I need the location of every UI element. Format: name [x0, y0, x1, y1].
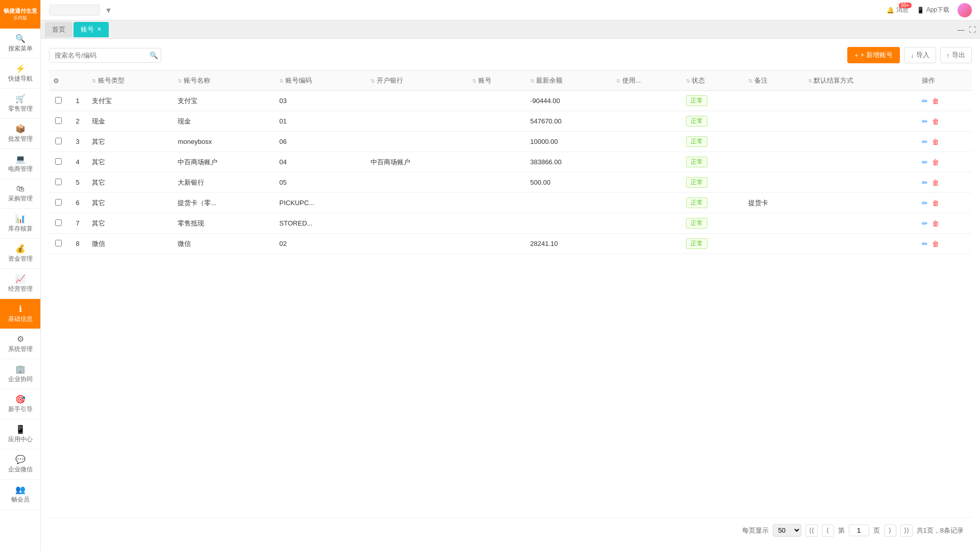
- row-default-payment: [804, 193, 918, 213]
- row-checkbox[interactable]: [49, 172, 67, 193]
- row-code: 03: [275, 91, 366, 111]
- delete-button[interactable]: 🗑: [932, 138, 939, 146]
- row-name: 提货卡（零...: [174, 193, 275, 213]
- edit-button[interactable]: ✏: [922, 138, 928, 146]
- row-account: [468, 193, 526, 213]
- col-code[interactable]: ⇅ 账号编码: [275, 71, 366, 91]
- col-usage[interactable]: ⇅ 使用...: [612, 71, 681, 91]
- tab-home[interactable]: 首页: [45, 22, 72, 37]
- sidebar-item-inventory[interactable]: 📊 库存核算: [0, 209, 40, 239]
- sidebar-item-basic[interactable]: ℹ 基础信息: [0, 299, 40, 329]
- search-button[interactable]: 🔍: [145, 48, 161, 62]
- delete-button[interactable]: 🗑: [932, 240, 939, 248]
- sidebar-item-ecommerce[interactable]: 💻 电商管理: [0, 149, 40, 179]
- edit-button[interactable]: ✏: [922, 219, 928, 228]
- tab-close-icon[interactable]: ✕: [97, 26, 102, 33]
- col-status[interactable]: ⇅ 状态: [682, 71, 745, 91]
- basic-icon: ℹ: [19, 304, 22, 314]
- row-name: 大新银行: [174, 172, 275, 193]
- edit-button[interactable]: ✏: [922, 199, 928, 207]
- page-label: 第: [838, 526, 845, 535]
- row-index: 3: [67, 132, 88, 152]
- col-type[interactable]: ⇅ 账号类型: [88, 71, 174, 91]
- row-checkbox[interactable]: [49, 111, 67, 132]
- delete-button[interactable]: 🗑: [932, 158, 939, 166]
- delete-button[interactable]: 🗑: [932, 219, 939, 228]
- edit-button[interactable]: ✏: [922, 179, 928, 187]
- row-status: 正常: [682, 193, 745, 213]
- message-badge: 99+: [899, 3, 912, 8]
- delete-button[interactable]: 🗑: [932, 97, 939, 105]
- tab-bar: 首页 账号 ✕ — ⛶: [41, 20, 980, 39]
- last-page-button[interactable]: ⟩⟩: [900, 524, 913, 537]
- delete-button[interactable]: 🗑: [932, 179, 939, 187]
- sidebar-item-label: 企业协同: [8, 375, 33, 384]
- sidebar-item-appcenter[interactable]: 📱 应用中心: [0, 419, 40, 449]
- edit-button[interactable]: ✏: [922, 97, 928, 105]
- sidebar-item-member[interactable]: 👥 畅会员: [0, 480, 40, 510]
- export-button[interactable]: ↑ 导出: [940, 47, 972, 63]
- sidebar-item-label: 畅会员: [11, 495, 30, 504]
- sidebar-item-guide[interactable]: 🎯 新手引导: [0, 389, 40, 419]
- sidebar-item-operation[interactable]: 📈 经营管理: [0, 269, 40, 299]
- sidebar-item-finance[interactable]: 💰 资金管理: [0, 239, 40, 269]
- pagination-bar: 每页显示 50 20 100 ⟨⟨ ⟨ 第 页 ⟩ ⟩⟩ 共1页，8条记录: [49, 517, 972, 543]
- top-bar-right: 🔔 消息 99+ 📱 App下载: [887, 3, 972, 17]
- row-checkbox[interactable]: [49, 91, 67, 111]
- row-checkbox[interactable]: [49, 193, 67, 213]
- col-setting[interactable]: ⚙: [49, 71, 67, 91]
- export-label: 导出: [952, 51, 965, 60]
- add-account-button[interactable]: + + 新增账号: [847, 47, 900, 63]
- first-page-button[interactable]: ⟨⟨: [805, 524, 818, 537]
- sidebar-item-corpwx[interactable]: 💬 企业微信: [0, 449, 40, 480]
- col-index: [67, 71, 88, 91]
- avatar[interactable]: [958, 3, 972, 17]
- col-name[interactable]: ⇅ 账号名称: [174, 71, 275, 91]
- row-status: 正常: [682, 152, 745, 172]
- row-checkbox[interactable]: [49, 152, 67, 172]
- edit-button[interactable]: ✏: [922, 117, 928, 126]
- tab-account[interactable]: 账号 ✕: [74, 22, 109, 37]
- row-index: 8: [67, 234, 88, 254]
- dropdown-icon[interactable]: ▾: [106, 5, 111, 16]
- col-default-payment[interactable]: ⇅ 默认结算方式: [804, 71, 918, 91]
- sidebar-item-label: 零售管理: [8, 105, 33, 113]
- import-button[interactable]: ↓ 导入: [904, 47, 936, 63]
- row-type: 其它: [88, 213, 174, 234]
- row-index: 5: [67, 172, 88, 193]
- row-checkbox[interactable]: [49, 234, 67, 254]
- appcenter-icon: 📱: [15, 424, 26, 434]
- sidebar-item-wholesale[interactable]: 📦 批发管理: [0, 119, 40, 149]
- app-download-button[interactable]: 📱 App下载: [917, 6, 949, 14]
- tab-expand-icon[interactable]: ⛶: [969, 26, 976, 34]
- row-checkbox[interactable]: [49, 132, 67, 152]
- col-bank[interactable]: ⇅ 开户银行: [366, 71, 468, 91]
- delete-button[interactable]: 🗑: [932, 117, 939, 126]
- sidebar-item-retail[interactable]: 🛒 零售管理: [0, 89, 40, 119]
- top-search-input[interactable]: [49, 5, 100, 16]
- logo-text: 畅捷通付生意: [4, 7, 37, 14]
- sidebar-item-label: 企业微信: [8, 465, 33, 474]
- sidebar-item-enterprise[interactable]: 🏢 企业协同: [0, 359, 40, 389]
- tab-home-label: 首页: [52, 25, 65, 34]
- sidebar-item-search[interactable]: 🔍 搜索菜单: [0, 29, 40, 59]
- message-button[interactable]: 🔔 消息 99+: [887, 6, 909, 14]
- edit-button[interactable]: ✏: [922, 158, 928, 166]
- edit-button[interactable]: ✏: [922, 240, 928, 248]
- col-account[interactable]: ⇅ 账号: [468, 71, 526, 91]
- prev-page-button[interactable]: ⟨: [822, 524, 834, 537]
- page-size-select[interactable]: 50 20 100: [773, 524, 801, 537]
- row-code: STORED...: [275, 213, 366, 234]
- col-note[interactable]: ⇅ 备注: [744, 71, 803, 91]
- sidebar-item-system[interactable]: ⚙ 系统管理: [0, 329, 40, 359]
- sidebar-item-purchase[interactable]: 🛍 采购管理: [0, 179, 40, 209]
- sidebar-item-quicknav[interactable]: ⚡ 快捷导航: [0, 59, 40, 89]
- search-icon: 🔍: [150, 52, 158, 59]
- next-page-button[interactable]: ⟩: [884, 524, 896, 537]
- page-number-input[interactable]: [849, 524, 869, 536]
- col-balance[interactable]: ⇅ 最新余额: [526, 71, 612, 91]
- delete-button[interactable]: 🗑: [932, 199, 939, 207]
- tab-minimize-icon[interactable]: —: [958, 26, 965, 34]
- row-checkbox[interactable]: [49, 213, 67, 234]
- search-input[interactable]: [50, 48, 145, 62]
